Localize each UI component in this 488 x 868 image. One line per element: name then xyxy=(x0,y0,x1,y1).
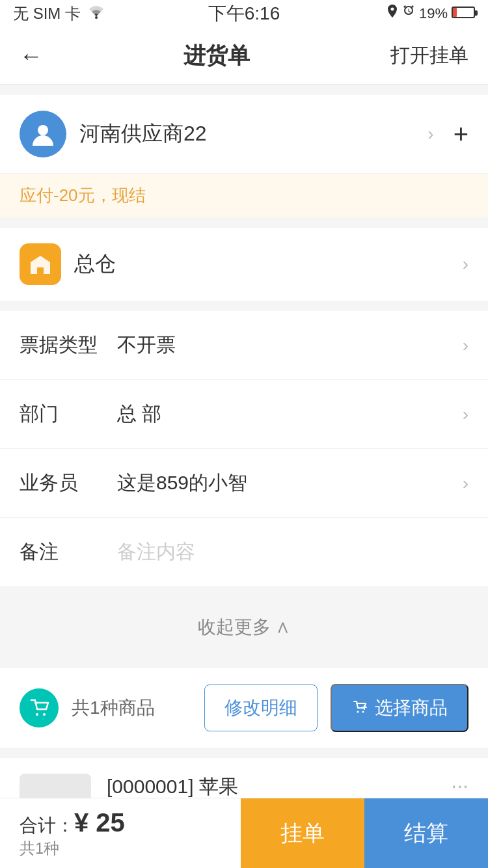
svg-point-0 xyxy=(95,16,98,19)
supplier-avatar xyxy=(20,111,66,157)
svg-point-5 xyxy=(362,711,364,713)
product-section-icon xyxy=(20,688,59,727)
product-header: 共1种商品 修改明细 选择商品 xyxy=(0,668,488,748)
remark-label: 备注 xyxy=(20,539,117,565)
status-right: 19% xyxy=(386,5,475,23)
supplier-row[interactable]: 河南供应商22 › + xyxy=(0,95,488,174)
select-product-button[interactable]: 选择商品 xyxy=(331,684,468,732)
product-more-button[interactable]: ··· xyxy=(451,774,468,798)
form-section: 票据类型 不开票 › 部门 总 部 › 业务员 这是859的小智 › 备注 备注… xyxy=(0,311,488,586)
supplier-section: 河南供应商22 › + 应付-20元，现结 xyxy=(0,95,488,217)
alarm-icon xyxy=(402,5,415,23)
select-product-label: 选择商品 xyxy=(375,696,448,720)
back-button[interactable]: ← xyxy=(20,42,43,70)
invoice-chevron-icon: › xyxy=(463,335,468,356)
hang-button[interactable]: 挂单 xyxy=(241,798,364,869)
salesperson-label: 业务员 xyxy=(20,470,117,496)
nav-bar: ← 进货单 打开挂单 xyxy=(0,27,488,85)
svg-point-4 xyxy=(357,711,359,713)
product-header-section: 共1种商品 修改明细 选择商品 xyxy=(0,668,488,748)
dept-label: 部门 xyxy=(20,401,117,427)
svg-point-1 xyxy=(38,125,48,135)
warehouse-section: 总仓 › xyxy=(0,228,488,301)
supplier-name: 河南供应商22 xyxy=(79,120,427,148)
product-name: [0000001] 苹果 xyxy=(107,774,435,800)
total-label: 合计： xyxy=(20,815,74,835)
add-supplier-button[interactable]: + xyxy=(454,120,468,149)
total-amount: ¥ 25 xyxy=(74,808,125,837)
dept-value: 总 部 xyxy=(117,401,463,427)
collapse-bar[interactable]: 收起更多 ∧ xyxy=(0,597,488,658)
bottom-bar: 合计：¥ 25 共1种 挂单 结算 xyxy=(0,798,488,868)
svg-point-3 xyxy=(43,713,46,716)
status-time: 下午6:16 xyxy=(208,1,280,26)
battery-icon xyxy=(452,5,475,22)
dept-chevron-icon: › xyxy=(463,404,468,425)
invoice-label: 票据类型 xyxy=(20,332,117,359)
invoice-value: 不开票 xyxy=(117,332,463,359)
product-count-label: 共1种商品 xyxy=(72,696,191,720)
warehouse-icon xyxy=(20,243,61,285)
wifi-icon xyxy=(86,5,107,23)
status-bar: 无 SIM 卡 下午6:16 19% xyxy=(0,0,488,27)
edit-detail-button[interactable]: 修改明细 xyxy=(204,685,318,731)
salesperson-value: 这是859的小智 xyxy=(117,470,463,496)
dept-row[interactable]: 部门 总 部 › xyxy=(0,380,488,449)
warehouse-name: 总仓 xyxy=(74,250,463,278)
total-count: 共1种 xyxy=(20,838,221,859)
carrier-label: 无 SIM 卡 xyxy=(13,3,81,24)
invoice-type-row[interactable]: 票据类型 不开票 › xyxy=(0,311,488,380)
status-left: 无 SIM 卡 xyxy=(13,3,107,24)
page-title: 进货单 xyxy=(183,41,250,71)
warehouse-chevron-icon: › xyxy=(463,254,468,275)
battery-percent: 19% xyxy=(419,5,448,22)
remark-placeholder: 备注内容 xyxy=(117,539,468,565)
product-title: 苹果 xyxy=(199,776,238,797)
product-code: [0000001] xyxy=(107,776,193,797)
location-icon xyxy=(386,5,398,23)
checkout-button[interactable]: 结算 xyxy=(364,798,488,869)
supplier-notice: 应付-20元，现结 xyxy=(0,174,488,217)
salesperson-row[interactable]: 业务员 这是859的小智 › xyxy=(0,449,488,518)
open-hang-button[interactable]: 打开挂单 xyxy=(390,42,468,69)
supplier-chevron-icon: › xyxy=(427,124,433,144)
warehouse-row[interactable]: 总仓 › xyxy=(0,228,488,301)
salesperson-chevron-icon: › xyxy=(463,473,468,494)
svg-point-2 xyxy=(36,713,38,716)
total-section: 合计：¥ 25 共1种 xyxy=(0,808,241,859)
remark-row[interactable]: 备注 备注内容 xyxy=(0,518,488,586)
